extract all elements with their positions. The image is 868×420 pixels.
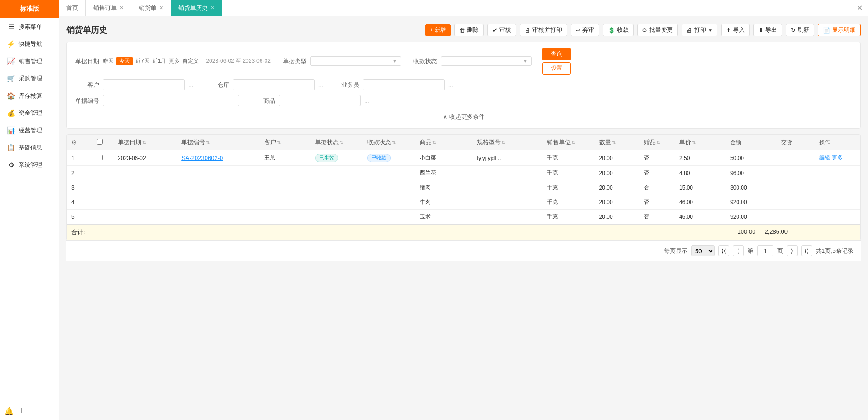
th-goods[interactable]: 商品⇅	[415, 135, 472, 150]
sidebar-item-basic-info[interactable]: 📋 基础信息	[0, 139, 59, 156]
th-order-no[interactable]: 单据编号⇅	[177, 135, 260, 150]
row-checkbox[interactable]	[97, 155, 103, 160]
ops-icon: 📊	[7, 126, 15, 135]
cell-price: 2.50	[675, 150, 726, 166]
cell-order-no	[177, 166, 260, 180]
print-button[interactable]: 🖨 打印 ▼	[682, 24, 717, 36]
footer-total-qty: 100.00	[733, 228, 764, 236]
date-shortcuts: 昨天 今天 近7天 近1月 更多 自定义	[103, 57, 199, 65]
first-page-button[interactable]: ⟨⟨	[718, 245, 729, 256]
show-detail-button[interactable]: 📄 显示明细	[818, 24, 861, 36]
th-gift[interactable]: 赠品⇅	[639, 135, 675, 150]
action-btn-1[interactable]: 更多	[832, 155, 843, 161]
th-qty[interactable]: 数量⇅	[595, 135, 639, 150]
th-date[interactable]: 单据日期⇅	[113, 135, 177, 150]
batch-change-button[interactable]: ⟳ 批量变更	[637, 24, 678, 36]
review-button[interactable]: ✔ 审核	[487, 24, 516, 36]
import-button[interactable]: ⬆ 导入	[721, 24, 750, 36]
tab-delivery-close[interactable]: ✕	[159, 5, 163, 11]
table-settings-icon[interactable]: ⚙	[71, 139, 77, 146]
export-button[interactable]: ⬇ 导出	[753, 24, 782, 36]
date-shortcut-7days[interactable]: 近7天	[135, 57, 150, 65]
goods-input[interactable]	[279, 95, 361, 106]
sidebar-item-quick-nav[interactable]: ⚡ 快捷导航	[0, 35, 59, 53]
table-row: 3 猪肉 千克 20.00 否 15.00 300.00	[67, 180, 860, 195]
unit-sort-icon[interactable]: ⇅	[572, 140, 575, 145]
date-shortcut-yesterday[interactable]: 昨天	[103, 57, 114, 65]
staff-picker[interactable]: ...	[448, 81, 453, 88]
type-select[interactable]: ▼	[310, 56, 401, 66]
th-order-status[interactable]: 单据状态⇅	[311, 135, 363, 150]
date-shortcut-1month[interactable]: 近1月	[152, 57, 166, 65]
tab-history[interactable]: 销货单历史 ✕	[171, 0, 222, 16]
sidebar-item-search-menu[interactable]: ☰ 搜索菜单	[0, 18, 59, 35]
goods-sort-icon[interactable]: ⇅	[432, 140, 436, 145]
customer-input[interactable]	[103, 79, 185, 90]
warehouse-picker[interactable]: ...	[318, 81, 323, 88]
order-sort-icon[interactable]: ⇅	[206, 140, 210, 145]
pay-status-select[interactable]: ▼	[441, 56, 532, 66]
page-number-input[interactable]	[757, 245, 773, 256]
next-page-button[interactable]: ⟩	[787, 245, 798, 256]
customer-sort-icon[interactable]: ⇅	[277, 140, 281, 145]
goods-picker[interactable]: ...	[364, 97, 369, 104]
cell-num: 2	[67, 166, 92, 180]
tab-sales-order[interactable]: 销售订单 ✕	[86, 0, 131, 16]
th-price[interactable]: 单价⇅	[675, 135, 726, 150]
gift-sort-icon[interactable]: ⇅	[657, 140, 660, 145]
new-button[interactable]: + 新增	[425, 24, 451, 36]
th-pay-status[interactable]: 收款状态⇅	[363, 135, 415, 150]
qty-sort-icon[interactable]: ⇅	[612, 140, 616, 145]
order-no-link[interactable]: SA-20230602-0	[181, 155, 223, 161]
date-shortcut-more[interactable]: 更多	[169, 57, 180, 65]
th-unit[interactable]: 销售单位⇅	[542, 135, 595, 150]
notification-icon[interactable]: 🔔	[5, 407, 14, 415]
select-all-checkbox[interactable]	[97, 139, 103, 145]
tab-history-close[interactable]: ✕	[211, 5, 215, 11]
collapse-button[interactable]: ∧ 收起更多条件	[441, 111, 487, 123]
cell-actions	[815, 210, 860, 224]
prev-page-button[interactable]: ⟨	[733, 245, 744, 256]
abandon-button[interactable]: ↩ 弃审	[571, 24, 599, 36]
cell-checkbox	[92, 210, 113, 224]
last-page-button[interactable]: ⟩⟩	[801, 245, 812, 256]
pay-sort-icon[interactable]: ⇅	[392, 140, 396, 145]
tab-sales-order-close[interactable]: ✕	[120, 5, 124, 11]
date-shortcut-custom[interactable]: 自定义	[182, 57, 199, 65]
cell-gift: 否	[639, 150, 675, 166]
page-title: 销货单历史	[66, 25, 107, 35]
spec-sort-icon[interactable]: ⇅	[502, 140, 505, 145]
refresh-button[interactable]: ↻ 刷新	[786, 24, 814, 36]
review-print-button[interactable]: 🖨 审核并打印	[520, 24, 567, 36]
delete-button[interactable]: 🗑 删除	[454, 24, 484, 36]
sidebar-item-inventory[interactable]: 🏠 库存核算	[0, 87, 59, 105]
cell-pay-status	[363, 180, 415, 195]
sidebar-item-purchase-mgmt[interactable]: 🛒 采购管理	[0, 70, 59, 87]
tabs-close-all[interactable]: ✕	[851, 4, 868, 12]
staff-input[interactable]	[363, 79, 445, 90]
date-range: 2023-06-02 至 2023-06-02	[206, 57, 270, 65]
query-button[interactable]: 查询	[542, 48, 571, 60]
tab-delivery[interactable]: 销货单 ✕	[131, 0, 171, 16]
setup-button[interactable]: 设置	[542, 62, 571, 75]
date-shortcut-today[interactable]: 今天	[116, 57, 133, 65]
warehouse-input[interactable]	[233, 79, 315, 90]
tab-home[interactable]: 首页	[59, 0, 86, 16]
th-settings[interactable]: ⚙	[67, 135, 92, 150]
collect-button[interactable]: 💲 收款	[603, 24, 634, 36]
sidebar-item-sys-mgmt[interactable]: ⚙ 系统管理	[0, 156, 59, 174]
sidebar-item-ops[interactable]: 📊 经营管理	[0, 122, 59, 139]
action-btn-0[interactable]: 编辑	[819, 155, 830, 161]
th-customer[interactable]: 客户⇅	[260, 135, 311, 150]
page-size-select[interactable]: 50 100 200	[691, 245, 715, 256]
sidebar-item-finance[interactable]: 💰 资金管理	[0, 105, 59, 122]
price-sort-icon[interactable]: ⇅	[692, 140, 696, 145]
date-sort-icon[interactable]: ⇅	[142, 140, 146, 145]
order-no-input[interactable]	[103, 95, 239, 106]
order-status-sort-icon[interactable]: ⇅	[340, 140, 343, 145]
sidebar-item-sales-mgmt[interactable]: 📈 销售管理	[0, 53, 59, 70]
filter-goods: 商品 ...	[250, 95, 369, 106]
pause-icon[interactable]: ⏸	[17, 407, 25, 415]
customer-picker[interactable]: ...	[188, 81, 193, 88]
th-spec[interactable]: 规格型号⇅	[472, 135, 542, 150]
